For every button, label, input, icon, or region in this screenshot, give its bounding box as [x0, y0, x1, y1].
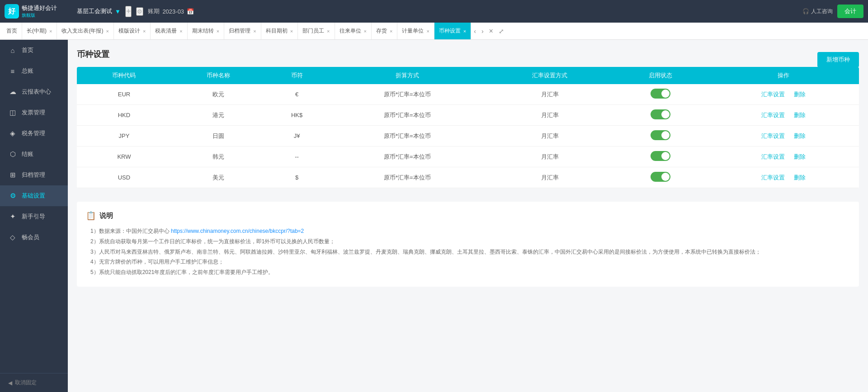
invoice-icon: ◫ — [8, 109, 17, 117]
toggle-krw[interactable] — [651, 151, 670, 161]
tab-unit[interactable]: 计量单位 × — [397, 23, 434, 40]
tab-nav-prev[interactable]: ‹ — [471, 26, 479, 37]
tab-annual-close[interactable]: × — [106, 28, 108, 34]
sidebar-item-tax[interactable]: ◈ 税务管理 — [0, 123, 68, 144]
tab-unit-close[interactable]: × — [426, 28, 429, 34]
help-button[interactable]: 🎧 人工咨询 — [802, 8, 833, 15]
sidebar-item-member[interactable]: ◇ 畅会员 — [0, 227, 68, 248]
period-value: 2023-03 — [162, 8, 184, 15]
top-right-actions: 🎧 人工咨询 会计 — [802, 5, 863, 18]
sidebar-item-guide[interactable]: ✦ 新手引导 — [0, 206, 68, 227]
tab-home[interactable]: 首页 — [2, 23, 22, 40]
settings-gear-icon: ⚙ — [8, 192, 17, 200]
tab-midterm-close[interactable]: × — [49, 28, 52, 34]
tab-currency[interactable]: 币种设置 × — [434, 23, 471, 40]
tab-inventory[interactable]: 存货 × — [372, 23, 397, 40]
sidebar-tax-label: 税务管理 — [22, 129, 45, 137]
tab-archive-close[interactable]: × — [253, 28, 256, 34]
page-title: 币种设置 — [77, 49, 859, 60]
tab-midterm[interactable]: 长(中期) × — [22, 23, 57, 40]
sidebar-item-settings[interactable]: ⚙ 基础设置 — [0, 185, 68, 206]
archive-icon: ⊞ — [8, 171, 17, 179]
tab-subject[interactable]: 科目期初 × — [261, 23, 298, 40]
tab-archive[interactable]: 归档管理 × — [224, 23, 261, 40]
sidebar-item-archive[interactable]: ⊞ 归档管理 — [0, 165, 68, 185]
calendar-icon[interactable]: 📅 — [187, 8, 194, 15]
tab-annual[interactable]: 收入支出表(年报) × — [57, 23, 113, 40]
checkout-icon: ⬡ — [8, 150, 17, 158]
member-icon: ◇ — [8, 233, 17, 241]
col-action: 操作 — [708, 67, 859, 84]
cell-conversion: 原币*汇率=本位币 — [328, 126, 486, 146]
cell-status — [613, 167, 708, 188]
period-label: 账期 — [148, 7, 160, 15]
delete-link-eur[interactable]: 删除 — [794, 91, 806, 98]
sidebar-item-ledger[interactable]: ≡ 总账 — [0, 61, 68, 81]
tab-annual-label: 收入支出表(年报) — [61, 27, 103, 35]
rate-setting-link-eur[interactable]: 汇率设置 — [761, 91, 785, 98]
rate-setting-link-hkd[interactable]: 汇率设置 — [761, 112, 785, 118]
table-row: EUR 欧元 € 原币*汇率=本位币 月汇率 汇率设置 删除 — [77, 84, 859, 105]
tab-period-end-label: 期末结转 — [192, 27, 214, 35]
company-selector[interactable]: 基层工会测试 ▼ — [77, 7, 121, 15]
tab-partner-close[interactable]: × — [364, 28, 367, 34]
cell-code: KRW — [77, 146, 171, 167]
tab-subject-close[interactable]: × — [290, 28, 293, 34]
content-area: 新增币种 币种设置 币种代码 币种名称 币符 折算方式 汇率设置方式 启用状态 … — [68, 40, 868, 392]
table-row: USD 美元 $ 原币*汇率=本位币 月汇率 汇率设置 删除 — [77, 167, 859, 188]
col-symbol: 币符 — [266, 67, 328, 84]
cell-name: 欧元 — [171, 84, 266, 105]
settings-button[interactable]: ⚙ — [136, 7, 143, 16]
cell-symbol: -- — [266, 146, 328, 167]
rate-setting-link-krw[interactable]: 汇率设置 — [761, 153, 785, 160]
sidebar-guide-label: 新手引导 — [22, 213, 45, 221]
delete-link-krw[interactable]: 删除 — [794, 153, 806, 160]
tab-tax-close[interactable]: × — [179, 28, 182, 34]
delete-link-usd[interactable]: 删除 — [794, 174, 806, 181]
tab-close-all-button[interactable]: × — [486, 25, 496, 37]
tab-tax[interactable]: 税表清册 × — [151, 23, 187, 40]
cell-name: 韩元 — [171, 146, 266, 167]
cloud-icon: ☁ — [8, 88, 17, 96]
cell-name: 日圆 — [171, 126, 266, 146]
company-name: 基层工会测试 — [77, 7, 112, 15]
tab-template[interactable]: 模版设计 × — [114, 23, 151, 40]
tab-inventory-close[interactable]: × — [390, 28, 392, 34]
tab-dept-close[interactable]: × — [327, 28, 330, 34]
cell-conversion: 原币*汇率=本位币 — [328, 105, 486, 126]
logo-area: 好 畅捷通好会计 旗舰版 — [5, 4, 72, 19]
toggle-usd[interactable] — [651, 172, 670, 182]
cell-code: JPY — [77, 126, 171, 146]
toggle-jpy[interactable] — [651, 130, 670, 140]
add-tab-button[interactable]: + — [125, 6, 132, 17]
account-button[interactable]: 会计 — [837, 5, 863, 18]
cell-conversion: 原币*汇率=本位币 — [328, 167, 486, 188]
cell-symbol: HK$ — [266, 105, 328, 126]
rate-setting-link-jpy[interactable]: 汇率设置 — [761, 132, 785, 139]
delete-link-hkd[interactable]: 删除 — [794, 112, 806, 118]
delete-link-jpy[interactable]: 删除 — [794, 132, 806, 139]
new-currency-button[interactable]: 新增币种 — [817, 52, 859, 67]
tab-partner-label: 往来单位 — [340, 27, 361, 35]
sidebar-item-invoice[interactable]: ◫ 发票管理 — [0, 102, 68, 123]
tab-partner[interactable]: 往来单位 × — [335, 23, 372, 40]
col-conversion: 折算方式 — [328, 67, 486, 84]
sidebar-item-checkout[interactable]: ⬡ 结账 — [0, 144, 68, 165]
tab-template-close[interactable]: × — [143, 28, 146, 34]
toggle-hkd[interactable] — [651, 109, 670, 119]
tab-dept[interactable]: 部门员工 × — [298, 23, 335, 40]
tab-period-end-close[interactable]: × — [217, 28, 219, 34]
col-rate-type: 汇率设置方式 — [486, 67, 613, 84]
tab-period-end[interactable]: 期末结转 × — [188, 23, 224, 40]
sidebar-item-home[interactable]: ⌂ 首页 — [0, 40, 68, 61]
rate-setting-link-usd[interactable]: 汇率设置 — [761, 174, 785, 181]
tab-dept-label: 部门员工 — [302, 27, 324, 35]
tab-currency-label: 币种设置 — [439, 27, 461, 35]
sidebar-item-reports[interactable]: ☁ 云报表中心 — [0, 81, 68, 102]
tab-currency-close[interactable]: × — [463, 28, 466, 34]
tab-nav-next[interactable]: › — [479, 26, 486, 37]
sidebar-pin-toggle[interactable]: ◀ 取消固定 — [0, 373, 68, 392]
toggle-eur[interactable] — [651, 89, 670, 99]
tab-expand-button[interactable]: ⤢ — [496, 26, 507, 37]
desc-link[interactable]: https://www.chinamoney.com.cn/chinese/bk… — [171, 228, 304, 234]
